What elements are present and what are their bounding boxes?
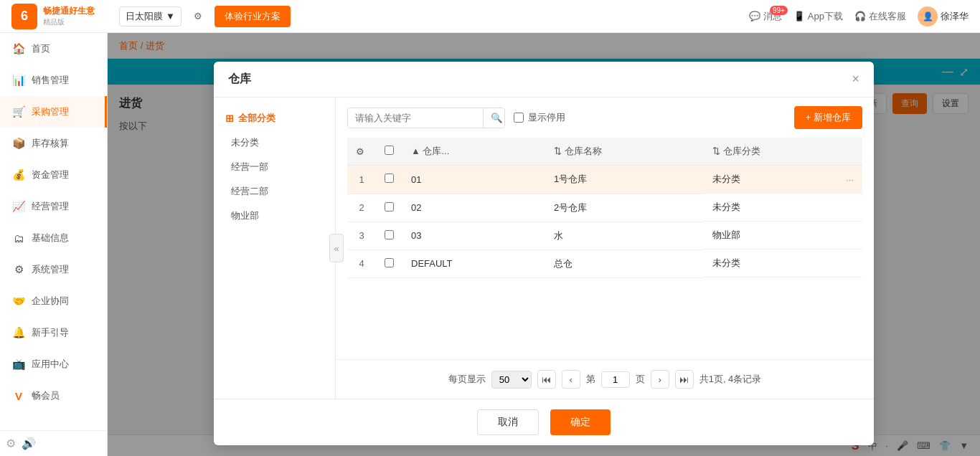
table-body: 1 01 1号仓库 未分类··· 2 02 2号仓库 未分类 3 03 水 物业… bbox=[347, 166, 862, 278]
speaker-icon[interactable]: 🔊 bbox=[22, 437, 36, 450]
phone-icon: 📱 bbox=[793, 11, 805, 22]
category-item-operation1[interactable]: 经营一部 bbox=[214, 155, 335, 179]
row-code: 02 bbox=[402, 194, 545, 222]
gear-icon[interactable]: ⚙ bbox=[356, 146, 364, 157]
row-code: 01 bbox=[402, 166, 545, 194]
row-category: 未分类··· bbox=[704, 166, 862, 194]
row-checkbox-cell bbox=[376, 194, 402, 222]
table-row[interactable]: 3 03 水 物业部 bbox=[347, 222, 862, 250]
category-item-property[interactable]: 物业部 bbox=[214, 204, 335, 228]
app-download-item[interactable]: 📱 App下载 bbox=[793, 10, 843, 23]
table-row[interactable]: 2 02 2号仓库 未分类 bbox=[347, 194, 862, 222]
sidebar-item-finance[interactable]: 💰 资金管理 bbox=[0, 159, 107, 191]
all-categories-item[interactable]: ⊞ 全部分类 bbox=[214, 106, 335, 130]
th-code: ▲ 仓库... bbox=[402, 138, 545, 166]
page-prev-btn[interactable]: ‹ bbox=[562, 370, 580, 389]
row-checkbox[interactable] bbox=[385, 230, 394, 239]
show-disabled-checkbox[interactable] bbox=[514, 113, 524, 123]
logo-text: 畅捷通好生意 精品版 bbox=[43, 5, 95, 27]
home-icon: 🏠 bbox=[11, 42, 26, 56]
page-last-btn[interactable]: ⏭ bbox=[675, 370, 694, 389]
row-checkbox-cell bbox=[376, 222, 402, 250]
per-page-select[interactable]: 50 100 200 bbox=[491, 371, 532, 389]
sidebar-item-business[interactable]: 📈 经营管理 bbox=[0, 191, 107, 222]
avatar: 👤 bbox=[918, 6, 938, 27]
sidebar-item-member[interactable]: V 畅会员 bbox=[0, 380, 107, 412]
category-item-operation2[interactable]: 经营二部 bbox=[214, 179, 335, 204]
enterprise-icon: 🤝 bbox=[11, 294, 26, 308]
service-item[interactable]: 🎧 在线客服 bbox=[854, 10, 906, 23]
topbar: 6 畅捷通好生意 精品版 日太阳膜 ▼ ⚙ 体验行业方案 💬 消息 99+ 📱 … bbox=[0, 0, 980, 33]
topbar-right: 💬 消息 99+ 📱 App下载 🎧 在线客服 👤 徐泽华 bbox=[749, 6, 969, 27]
row-code: 03 bbox=[402, 222, 545, 250]
sidebar: 🏠 首页 📊 销售管理 🛒 采购管理 📦 库存核算 💰 资金管理 📈 经营管理 … bbox=[0, 33, 108, 456]
system-icon: ⚙ bbox=[11, 262, 26, 277]
finance-icon: 💰 bbox=[11, 168, 26, 182]
table-header-row: ⚙ ▲ 仓库... bbox=[347, 138, 862, 166]
row-name: 1号仓库 bbox=[545, 166, 704, 194]
row-checkbox[interactable] bbox=[385, 258, 394, 267]
inventory-icon: 📦 bbox=[11, 136, 26, 151]
sidebar-item-home[interactable]: 🏠 首页 bbox=[0, 33, 107, 65]
sidebar-item-app-center[interactable]: 📺 应用中心 bbox=[0, 348, 107, 380]
add-warehouse-btn[interactable]: + 新增仓库 bbox=[794, 106, 862, 129]
search-input[interactable] bbox=[348, 108, 483, 128]
sidebar-item-basic-info[interactable]: 🗂 基础信息 bbox=[0, 222, 107, 254]
app-center-icon: 📺 bbox=[11, 357, 26, 371]
category-item-unclassified[interactable]: 未分类 bbox=[214, 130, 335, 155]
sidebar-item-sales[interactable]: 📊 销售管理 bbox=[0, 65, 107, 96]
category-collapse-btn[interactable]: « bbox=[329, 234, 344, 262]
chevron-down-icon: ▼ bbox=[166, 11, 175, 22]
modal-close-btn[interactable]: × bbox=[852, 72, 859, 87]
th-checkbox bbox=[376, 138, 402, 166]
sidebar-item-system[interactable]: ⚙ 系统管理 bbox=[0, 254, 107, 285]
th-gear: ⚙ bbox=[347, 138, 376, 166]
row-category: 未分类 bbox=[704, 250, 862, 277]
row-code: DEFAULT bbox=[402, 250, 545, 277]
row-name: 水 bbox=[545, 222, 704, 250]
confirm-btn[interactable]: 确定 bbox=[550, 409, 611, 435]
sales-icon: 📊 bbox=[11, 73, 26, 87]
sidebar-item-purchase[interactable]: 🛒 采购管理 bbox=[0, 96, 107, 128]
cancel-btn[interactable]: 取消 bbox=[477, 409, 539, 435]
table-row[interactable]: 4 DEFAULT 总仓 未分类 bbox=[347, 250, 862, 277]
store-selector[interactable]: 日太阳膜 ▼ bbox=[119, 6, 182, 27]
show-disabled-option: 显示停用 bbox=[514, 111, 565, 124]
row-num: 2 bbox=[347, 194, 376, 222]
table-row[interactable]: 1 01 1号仓库 未分类··· bbox=[347, 166, 862, 194]
table-wrapper: ⚙ ▲ 仓库... bbox=[336, 138, 874, 359]
select-all-checkbox[interactable] bbox=[385, 146, 394, 155]
warehouse-modal: 仓库 × ⊞ 全部分类 未分类 经营一部 经营二部 物业部 « bbox=[214, 62, 874, 445]
business-icon: 📈 bbox=[11, 199, 26, 214]
experience-btn[interactable]: 体验行业方案 bbox=[215, 6, 291, 27]
row-name: 2号仓库 bbox=[545, 194, 704, 222]
message-item[interactable]: 💬 消息 99+ bbox=[749, 10, 782, 23]
th-name: ⇅ 仓库名称 bbox=[545, 138, 704, 166]
row-checkbox[interactable] bbox=[385, 202, 394, 212]
category-sidebar: ⊞ 全部分类 未分类 经营一部 经营二部 物业部 « bbox=[214, 98, 336, 399]
more-btn[interactable]: ··· bbox=[846, 174, 854, 185]
row-name: 总仓 bbox=[545, 250, 704, 277]
sidebar-item-enterprise[interactable]: 🤝 企业协同 bbox=[0, 285, 107, 317]
main-layout: 🏠 首页 📊 销售管理 🛒 采购管理 📦 库存核算 💰 资金管理 📈 经营管理 … bbox=[0, 33, 980, 456]
page-first-btn[interactable]: ⏮ bbox=[537, 370, 556, 389]
settings-icon[interactable]: ⚙ bbox=[187, 6, 209, 27]
settings-bottom-icon[interactable]: ⚙ bbox=[6, 437, 16, 450]
logo: 6 畅捷通好生意 精品版 bbox=[11, 4, 119, 29]
user-menu[interactable]: 👤 徐泽华 bbox=[918, 6, 969, 27]
row-num: 4 bbox=[347, 250, 376, 277]
row-checkbox[interactable] bbox=[385, 174, 394, 183]
page-next-btn[interactable]: › bbox=[651, 370, 669, 389]
table-area: 🔍 显示停用 + 新增仓库 bbox=[336, 98, 874, 399]
page-number-input[interactable] bbox=[601, 371, 630, 388]
topbar-center: 日太阳膜 ▼ ⚙ 体验行业方案 bbox=[119, 6, 749, 27]
headset-icon: 🎧 bbox=[854, 11, 866, 22]
th-category: ⇅ 仓库分类 bbox=[704, 138, 862, 166]
sidebar-item-inventory[interactable]: 📦 库存核算 bbox=[0, 128, 107, 159]
sidebar-item-guide[interactable]: 🔔 新手引导 bbox=[0, 317, 107, 348]
message-icon: 💬 bbox=[749, 11, 760, 22]
table-toolbar: 🔍 显示停用 + 新增仓库 bbox=[336, 98, 874, 138]
search-btn[interactable]: 🔍 bbox=[483, 108, 505, 128]
content-area: 首页 / 进货 — ⤢ 进货 🖨 打印 bbox=[108, 33, 980, 456]
member-icon: V bbox=[11, 389, 26, 403]
